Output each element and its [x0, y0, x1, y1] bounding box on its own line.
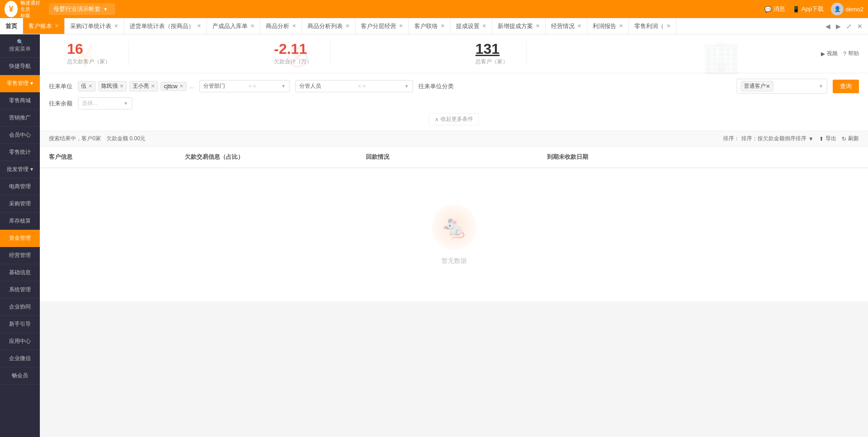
refresh-icon: ↻ — [842, 136, 846, 142]
tab-profit-report[interactable]: 利润报告 ✕ — [587, 18, 629, 34]
remove-tag-chen[interactable]: ✕ — [120, 83, 124, 89]
sidebar-item-retail[interactable]: 零售管理 ▾ — [0, 75, 40, 92]
sidebar-item-marketing[interactable]: 营销推广 — [0, 109, 40, 127]
filter-dept-clear[interactable]: ✕ ✕ — [248, 84, 257, 89]
tab-close-all-icon[interactable]: ✕ — [855, 22, 864, 31]
sort-label: 排序： — [723, 135, 739, 142]
filter-row-1: 往来单位 伍 ✕ 陈民强 ✕ 王小亮 ✕ — [49, 79, 859, 94]
tab-prev-icon[interactable]: ◀ — [824, 22, 832, 31]
sort-select[interactable]: 排序： 排序：按欠款金额倒序排序 ▼ — [723, 135, 814, 142]
tab-commission-settings[interactable]: 提成设置 ✕ — [451, 18, 492, 34]
app-download-label: App下载 — [801, 5, 824, 13]
app-download-btn[interactable]: 📱 App下载 — [792, 5, 824, 13]
sidebar-search[interactable]: 🔍 搜索菜单 — [0, 34, 40, 58]
filter-tag-cjttcw[interactable]: cjttcw ✕ — [161, 82, 187, 91]
sidebar-item-wechat[interactable]: 企业微信 — [0, 350, 40, 367]
tab-close-icon[interactable]: ✕ — [441, 23, 445, 29]
collapse-button[interactable]: ∧ 收起更多条件 — [429, 113, 479, 125]
remove-tag-wu[interactable]: ✕ — [88, 83, 92, 89]
stats-bar: ¥ ⊗ 🏢 16 总欠款客户（家） -2.11 欠款合计（万） 131 总客户（… — [40, 34, 868, 73]
sidebar-label: 采购管理 — [9, 200, 31, 207]
remove-unit-class-tag[interactable]: ✕ — [766, 83, 770, 90]
help-btn[interactable]: ? 帮助 — [843, 50, 859, 57]
tab-close-icon[interactable]: ✕ — [345, 23, 350, 29]
sidebar-item-member[interactable]: 会员中心 — [0, 127, 40, 144]
filter-person-clear[interactable]: ✕ ✕ — [358, 84, 366, 89]
tab-close-icon[interactable]: ✕ — [619, 23, 623, 29]
search-button[interactable]: 查询 — [833, 80, 859, 93]
filter-balance-select[interactable]: 选择... ▼ — [78, 97, 132, 109]
tab-goods-analysis[interactable]: 商品分析 ✕ — [260, 18, 302, 34]
sidebar-item-system[interactable]: 系统管理 — [0, 281, 40, 299]
filter-tag-wu[interactable]: 伍 ✕ — [78, 81, 96, 91]
nav-tabs: 首页 客户账本 ✕ 采购订单统计表 ✕ 进货单统计表（按商品） ✕ 产成品入库单… — [0, 18, 868, 34]
stat-bg-icon-left: ¥ — [76, 38, 94, 74]
sidebar-item-basic-info[interactable]: 基础信息 — [0, 264, 40, 281]
refresh-button[interactable]: ↻ 刷新 — [842, 135, 859, 142]
filter-tag-chen[interactable]: 陈民强 ✕ — [98, 81, 127, 91]
sort-chevron-icon: ▼ — [808, 136, 814, 142]
sidebar-item-ecommerce[interactable]: 电商管理 — [0, 178, 40, 195]
sidebar-label: 新手引导 — [9, 321, 31, 327]
sidebar-label: 零售商城 — [9, 97, 31, 104]
tab-close-icon[interactable]: ✕ — [292, 23, 296, 29]
tab-purchase-order-stats[interactable]: 采购订单统计表 ✕ — [65, 18, 124, 34]
filter-dept-select[interactable]: 分管部门 ✕ ✕ ▼ — [199, 80, 290, 92]
user-menu[interactable]: 👤 demo2 — [831, 3, 863, 15]
tab-product-inbound[interactable]: 产成品入库单 ✕ — [207, 18, 260, 34]
export-button[interactable]: ⬆ 导出 — [819, 135, 836, 142]
sidebar-item-guide[interactable]: 新手引导 — [0, 316, 40, 333]
sidebar-item-finance[interactable]: 资金管理 — [0, 230, 40, 247]
filter-person-select[interactable]: 分管人员 ✕ ✕ ▼ — [295, 80, 413, 92]
tab-customer-tier[interactable]: 客户分层经营 ✕ — [355, 18, 409, 34]
tab-goods-stats[interactable]: 进货单统计表（按商品） ✕ — [124, 18, 207, 34]
tab-customer-contact[interactable]: 客户联络 ✕ — [409, 18, 451, 34]
filter-more-btn[interactable]: ... — [189, 83, 194, 90]
filter-unit-tags: 伍 ✕ 陈民强 ✕ 王小亮 ✕ cjttcw ✕ — [78, 81, 194, 91]
sidebar-item-retail-mall[interactable]: 零售商城 — [0, 92, 40, 109]
sidebar-item-member2[interactable]: 畅会员 — [0, 367, 40, 385]
tab-close-icon[interactable]: ✕ — [399, 23, 403, 29]
filter-row-2: 往来余额 选择... ▼ — [49, 97, 859, 109]
tab-close-icon[interactable]: ✕ — [482, 23, 486, 29]
sidebar-label: 应用中心 — [9, 338, 31, 344]
messages-btn[interactable]: 💬 消息 — [764, 5, 785, 13]
table-col-due-date: 到期未收款日期 — [547, 151, 859, 163]
sidebar-item-purchase[interactable]: 采购管理 — [0, 195, 40, 213]
video-btn[interactable]: ▶ 视频 — [821, 50, 838, 57]
help-icon: ? — [843, 51, 846, 57]
tab-close-icon[interactable]: ✕ — [577, 23, 581, 29]
workspace-selector[interactable]: 母婴行业演示帐套 ▼ — [49, 3, 115, 15]
sidebar-label: 畅会员 — [12, 372, 28, 379]
sidebar-item-quick-nav[interactable]: 快捷导航 — [0, 58, 40, 75]
tab-close-icon[interactable]: ✕ — [55, 23, 59, 29]
remove-tag-wang[interactable]: ✕ — [151, 83, 155, 89]
tab-operations[interactable]: 经营情况 ✕ — [546, 18, 587, 34]
tab-retail-profit[interactable]: 零售利润（ ✕ — [629, 18, 676, 34]
tab-add-commission[interactable]: 新增提成方案 ✕ — [492, 18, 546, 34]
tab-close-icon[interactable]: ✕ — [667, 23, 671, 29]
sidebar-item-enterprise[interactable]: 企业协同 — [0, 299, 40, 316]
filter-tag-wang[interactable]: 王小亮 ✕ — [129, 81, 158, 91]
sidebar-item-wholesale[interactable]: 批发管理 ▾ — [0, 161, 40, 178]
stats-bar-actions: ▶ 视频 ? 帮助 — [821, 50, 859, 57]
tab-next-icon[interactable]: ▶ — [834, 22, 843, 31]
sidebar-item-operations[interactable]: 经营管理 — [0, 247, 40, 264]
sidebar-item-inventory[interactable]: 库存核算 — [0, 213, 40, 230]
tab-close-icon[interactable]: ✕ — [250, 23, 254, 29]
sidebar-item-retail-stats[interactable]: 零售统计 — [0, 144, 40, 161]
tab-close-icon[interactable]: ✕ — [197, 23, 201, 29]
workspace-label: 母婴行业演示帐套 — [53, 5, 101, 13]
stat-total-customers: 131 总客户（家） — [457, 42, 527, 66]
remove-tag-cjttcw[interactable]: ✕ — [179, 83, 183, 89]
tab-goods-analysis-list[interactable]: 商品分析列表 ✕ — [302, 18, 355, 34]
sidebar-item-app-center[interactable]: 应用中心 — [0, 333, 40, 350]
tab-home[interactable]: 首页 — [0, 18, 23, 34]
tab-expand-icon[interactable]: ⤢ — [844, 22, 854, 31]
sidebar-label: 电商管理 — [9, 183, 31, 190]
tab-customer-account[interactable]: 客户账本 ✕ — [23, 18, 65, 34]
filter-balance-label: 往来余额 — [49, 100, 72, 108]
filter-unit-class-select[interactable]: 普通客户 ✕ ▼ — [737, 79, 827, 94]
tab-close-icon[interactable]: ✕ — [536, 23, 540, 29]
tab-close-icon[interactable]: ✕ — [114, 23, 118, 29]
